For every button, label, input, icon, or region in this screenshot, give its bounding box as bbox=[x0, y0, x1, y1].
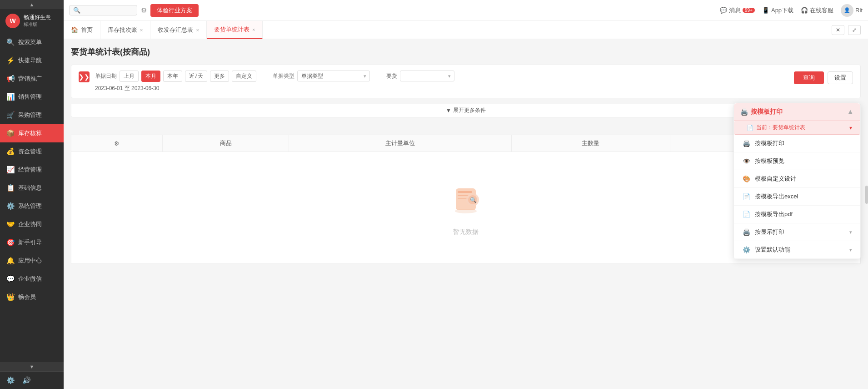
default-func-label: 设置默认功能 bbox=[755, 246, 790, 254]
nav-label-corp_wechat: 企业微信 bbox=[18, 275, 42, 283]
svg-rect-2 bbox=[458, 191, 472, 193]
nav-icon-guide: 🎯 bbox=[6, 238, 15, 247]
date-range-display: 2023-06-01 至 2023-06-30 bbox=[95, 85, 256, 92]
tabs-bar: 🏠 首页 库存批次账 × 收发存汇总表 × 要货单统计表 × ✕ ⤢ bbox=[64, 21, 868, 39]
tab-order-stats-close[interactable]: × bbox=[252, 27, 255, 32]
sidebar-nav: 🔍搜索菜单⚡快捷导航📢营销推广📊销售管理🛒采购管理📦库存核算💰资金管理📈经营管理… bbox=[0, 33, 64, 362]
sidebar-item-corp_wechat[interactable]: 💬企业微信 bbox=[0, 270, 64, 288]
display-print-item[interactable]: 🖨️ 按显示打印 ▾ bbox=[734, 223, 860, 241]
date-this-month-btn[interactable]: 本月 bbox=[141, 71, 160, 82]
avatar-icon: 👤 bbox=[841, 4, 853, 17]
export-pdf-item[interactable]: 📄 按模板导出pdf bbox=[734, 206, 860, 223]
headset-icon: 🎧 bbox=[801, 7, 808, 14]
svg-text:🔍: 🔍 bbox=[470, 197, 477, 203]
tab-close-all-button[interactable]: ✕ bbox=[832, 25, 844, 35]
tab-home[interactable]: 🏠 首页 bbox=[71, 21, 100, 39]
nav-label-shortcut: 快捷导航 bbox=[18, 56, 42, 65]
col-gear[interactable]: ⚙ bbox=[71, 135, 163, 152]
date-filter-label: 单据日期 bbox=[95, 72, 117, 80]
nav-label-finance: 资金管理 bbox=[18, 147, 42, 156]
type-select[interactable]: 单据类型 bbox=[297, 71, 370, 81]
tab-inventory-batch[interactable]: 库存批次账 × bbox=[100, 21, 150, 39]
template-preview-item[interactable]: 👁️ 按模板预览 bbox=[734, 152, 860, 170]
col-unit: 主计量单位 bbox=[289, 135, 512, 152]
date-more-btn[interactable]: 更多 bbox=[210, 71, 229, 82]
sidebar-item-corp_collab[interactable]: 🤝企业协同 bbox=[0, 215, 64, 233]
query-button[interactable]: 查询 bbox=[794, 71, 824, 84]
date-last-month-btn[interactable]: 上月 bbox=[120, 71, 139, 82]
message-label: 消息 bbox=[729, 6, 741, 15]
sidebar-item-search[interactable]: 🔍搜索菜单 bbox=[0, 33, 64, 51]
tab-receipt-summary-close[interactable]: × bbox=[196, 27, 199, 33]
sidebar-item-basic_info[interactable]: 📋基础信息 bbox=[0, 179, 64, 197]
settings-button[interactable]: 设置 bbox=[828, 71, 853, 84]
tab-maximize-button[interactable]: ⤢ bbox=[848, 25, 861, 35]
default-func-icon: ⚙️ bbox=[742, 246, 750, 253]
current-template-arrow: ▾ bbox=[849, 125, 852, 131]
current-template-item[interactable]: 📄 当前：要货单统计表 ▾ bbox=[734, 121, 860, 135]
sidebar-item-shortcut[interactable]: ⚡快捷导航 bbox=[0, 51, 64, 70]
sidebar-item-sys_mgmt[interactable]: ⚙️系统管理 bbox=[0, 197, 64, 215]
sidebar-item-operations[interactable]: 📈经营管理 bbox=[0, 161, 64, 179]
sidebar-item-guide[interactable]: 🎯新手引导 bbox=[0, 233, 64, 252]
settings-icon[interactable]: ⚙️ bbox=[6, 376, 15, 384]
export-excel-item[interactable]: 📄 按模板导出excel bbox=[734, 188, 860, 206]
tab-order-stats[interactable]: 要货单统计表 × bbox=[207, 21, 263, 39]
sidebar-item-purchase_mgmt[interactable]: 🛒采购管理 bbox=[0, 106, 64, 124]
empty-text: 暂无数据 bbox=[453, 228, 479, 236]
expand-more-label: 展开更多条件 bbox=[453, 106, 486, 114]
sidebar-item-inventory[interactable]: 📦库存核算 bbox=[0, 124, 64, 142]
message-button[interactable]: 💬 消息 99+ bbox=[720, 6, 755, 15]
default-func-arrow: ▾ bbox=[849, 247, 852, 253]
nav-icon-marketing_promo: 📢 bbox=[6, 75, 15, 83]
nav-label-corp_collab: 企业协同 bbox=[18, 220, 42, 228]
user-avatar[interactable]: 👤 Rit bbox=[841, 4, 863, 17]
col-qty: 主数量 bbox=[512, 135, 670, 152]
topbar-gear-icon[interactable]: ⚙ bbox=[141, 6, 147, 15]
nav-icon-finance: 💰 bbox=[6, 147, 15, 156]
topbar-search-box[interactable]: 🔍 bbox=[69, 5, 137, 15]
svg-rect-3 bbox=[458, 195, 469, 196]
online-service-button[interactable]: 🎧 在线客服 bbox=[801, 6, 833, 15]
sidebar-scroll-up[interactable]: ▲ bbox=[0, 0, 64, 9]
nav-icon-operations: 📈 bbox=[6, 166, 15, 174]
resize-handle[interactable] bbox=[865, 186, 868, 204]
tab-home-label: 首页 bbox=[81, 26, 93, 34]
date-this-year-btn[interactable]: 本年 bbox=[163, 71, 182, 82]
template-custom-icon: 🎨 bbox=[742, 175, 750, 182]
nav-icon-sales_mgmt: 📊 bbox=[6, 93, 15, 101]
sidebar-item-marketing_promo[interactable]: 📢营销推广 bbox=[0, 70, 64, 88]
app-download-label: App下载 bbox=[771, 6, 793, 15]
display-print-arrow: ▾ bbox=[849, 229, 852, 235]
filter-toggle-button[interactable]: ❯❯ bbox=[79, 71, 90, 82]
sidebar-item-finance[interactable]: 💰资金管理 bbox=[0, 142, 64, 161]
date-custom-btn[interactable]: 自定义 bbox=[232, 71, 256, 82]
tab-receipt-summary[interactable]: 收发存汇总表 × bbox=[150, 21, 206, 39]
message-badge: 99+ bbox=[743, 8, 755, 13]
template-custom-item[interactable]: 🎨 模板自定义设计 bbox=[734, 170, 860, 188]
template-print-label: 按模板打印 bbox=[755, 139, 784, 147]
sound-icon[interactable]: 🔊 bbox=[22, 376, 31, 384]
nav-label-vip: 畅会员 bbox=[18, 293, 36, 301]
username-label: Rit bbox=[855, 7, 863, 14]
logo-icon: W bbox=[5, 14, 20, 28]
nav-icon-corp_collab: 🤝 bbox=[6, 220, 15, 228]
sidebar-item-app_center[interactable]: 🔔应用中心 bbox=[0, 252, 64, 270]
print-dropdown-close-icon[interactable]: ▲ bbox=[847, 108, 854, 116]
sidebar-bottom-actions: ⚙️ 🔊 bbox=[0, 371, 64, 389]
app-download-button[interactable]: 📱 App下载 bbox=[762, 6, 793, 15]
sidebar-scroll-down[interactable]: ▼ bbox=[0, 362, 64, 371]
topbar-cta-button[interactable]: 体验行业方案 bbox=[150, 4, 199, 17]
default-func-item[interactable]: ⚙️ 设置默认功能 ▾ bbox=[734, 241, 860, 259]
template-print-item[interactable]: 🖨️ 按模板打印 bbox=[734, 135, 860, 152]
date-7days-btn[interactable]: 近7天 bbox=[185, 71, 207, 82]
tab-inventory-batch-close[interactable]: × bbox=[140, 27, 143, 33]
goods-select[interactable] bbox=[400, 71, 454, 81]
expand-more-button[interactable]: ▼ 展开更多条件 bbox=[446, 104, 486, 117]
sidebar-item-vip[interactable]: 👑畅会员 bbox=[0, 288, 64, 306]
print-dropdown-icon: 🖨️ bbox=[740, 108, 748, 116]
sidebar-item-sales_mgmt[interactable]: 📊销售管理 bbox=[0, 88, 64, 106]
home-icon: 🏠 bbox=[71, 26, 78, 33]
online-service-label: 在线客服 bbox=[810, 6, 833, 15]
topbar-search-input[interactable] bbox=[82, 7, 128, 14]
